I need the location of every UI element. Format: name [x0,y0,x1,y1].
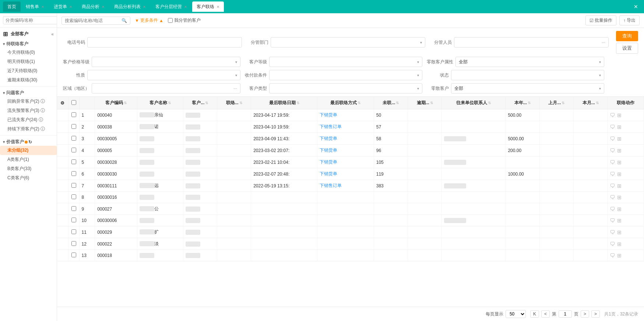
sidebar-item-today[interactable]: 今天待联络(0) [0,48,57,57]
all-customers-header[interactable]: ⊞ 全部客户 « [0,28,57,39]
row-checkbox[interactable] [68,145,79,156]
sidebar-item-a-class[interactable]: A类客户(1) [0,155,57,164]
tab-customer-segment[interactable]: 客户分层经营 ✕ [151,1,191,12]
th-uncontacted[interactable]: 未联...⇅ [374,97,408,109]
action-grid-icon[interactable]: ⊞ [617,112,622,118]
sidebar-collapse-btn[interactable]: « [51,32,54,37]
sidebar-item-churn-risk[interactable]: 流失预警客户(3) ⓘ [0,106,57,115]
action-grid-icon[interactable]: ⊞ [617,171,622,177]
sidebar-item-overdue[interactable]: 逾期未联络(30) [0,75,57,85]
sidebar-item-abnormal[interactable]: 回购异常客户(2) ⓘ [0,97,57,106]
action-grid-icon[interactable]: ⊞ [617,136,622,142]
action-message-icon[interactable]: 🗨 [610,112,615,118]
action-message-icon[interactable]: 🗨 [610,194,615,200]
next-page-btn[interactable]: > [581,310,589,318]
my-customer-checkbox[interactable] [168,18,173,23]
sidebar-item-unclassified[interactable]: 未分组(32) [0,146,57,155]
select-all-checkbox[interactable] [71,100,76,105]
th-customer-name[interactable]: 客户名称⇅ [137,97,183,109]
row-checkbox[interactable] [68,192,79,203]
tab-goods-analysis-list-close[interactable]: ✕ [143,5,146,9]
row-checkbox[interactable] [68,238,79,250]
tab-customer-contact[interactable]: 客户联络 ✕ [192,1,224,12]
row-checkbox[interactable] [68,226,79,238]
sidebar-search-input[interactable] [3,16,57,24]
action-message-icon[interactable]: 🗨 [610,148,615,154]
sidebar-item-tomorrow[interactable]: 明天待联络(1) [0,57,57,66]
prev-page-btn[interactable]: < [541,310,550,318]
th-customer-type[interactable]: 客户...⇅ [183,97,217,109]
action-grid-icon[interactable]: ⊞ [617,159,622,165]
filter-status-select[interactable]: ▾ [451,70,604,80]
export-button[interactable]: ↑ 导出 [619,15,640,25]
sidebar-item-lost[interactable]: 已流失客户(24) ⓘ [0,115,57,124]
th-customer-code[interactable]: 客户编码⇅ [95,97,137,109]
sidebar-group-value[interactable]: 价值客户 ↻ [0,137,57,146]
tab-goods-analysis-close[interactable]: ✕ [102,5,105,9]
action-grid-icon[interactable]: ⊞ [617,218,622,223]
th-contact[interactable]: 联络...⇅ [217,97,251,109]
th-overdue[interactable]: 逾期...⇅ [408,97,441,109]
filter-sparse-customer-select[interactable]: 全部 ▾ [451,83,604,94]
first-page-btn[interactable]: K [530,310,539,318]
sidebar-group-problem[interactable]: 问题客户 [0,88,57,97]
th-this-year[interactable]: 本年...⇅ [506,97,539,109]
tab-goods-analysis[interactable]: 商品分析 ✕ [77,1,109,12]
th-this-month[interactable]: 本月...⇅ [573,97,607,109]
sidebar-item-sleeping[interactable]: 持续下滑客户(2) ⓘ [0,124,57,134]
reset-button[interactable]: 设置 [616,43,638,54]
th-last-contact-method[interactable]: 最后联络方式⇅ [317,97,374,109]
filter-customer-level-select[interactable]: ▾ [269,57,422,67]
query-button[interactable]: 查询 [616,31,638,41]
th-contact-person[interactable]: 往来单位联系人⇅ [442,97,506,109]
action-message-icon[interactable]: 🗨 [610,206,615,212]
action-grid-icon[interactable]: ⊞ [617,241,622,247]
more-conditions-btn[interactable]: ▼ 更多条件 ▲ [135,17,163,24]
action-grid-icon[interactable]: ⊞ [617,253,622,258]
action-message-icon[interactable]: 🗨 [610,159,615,165]
th-checkbox[interactable] [68,97,79,109]
tab-sales[interactable]: 销售单 ✕ [21,1,49,12]
page-size-select[interactable]: 50 100 200 [506,310,526,318]
action-grid-icon[interactable]: ⊞ [617,183,622,189]
last-page-btn[interactable]: > [591,310,600,318]
action-grid-icon[interactable]: ⊞ [617,229,622,235]
filter-phone-input[interactable] [87,37,242,47]
action-message-icon[interactable]: 🗨 [610,229,615,235]
row-checkbox[interactable] [68,215,79,226]
dots-icon[interactable]: ··· [602,40,605,45]
sidebar-item-week[interactable]: 近7天待联络(0) [0,66,57,75]
action-message-icon[interactable]: 🗨 [610,218,615,223]
th-last-contact-date[interactable]: 最后联络日期⇅ [251,97,317,109]
filter-search-icon[interactable]: 🔍 [122,18,127,23]
row-checkbox[interactable] [68,250,79,261]
row-checkbox[interactable] [68,203,79,215]
refresh-icon[interactable]: ↻ [28,140,32,145]
filter-region-select[interactable]: ··· [92,83,240,94]
action-message-icon[interactable]: 🗨 [610,183,615,189]
filter-price-level-select[interactable]: ▾ [92,57,240,67]
page-number-input[interactable] [559,310,572,318]
sidebar-item-b-class[interactable]: B类客户(33) [0,164,57,173]
action-message-icon[interactable]: 🗨 [610,171,615,177]
filter-search-input[interactable] [65,18,120,23]
filter-customer-type-select[interactable]: ▾ [269,83,422,94]
th-gear[interactable]: ⚙ [57,97,68,109]
tab-home[interactable]: 首页 [3,1,21,12]
window-close-button[interactable]: ✕ [631,4,641,10]
action-message-icon[interactable]: 🗨 [610,124,615,130]
filter-payment-select[interactable]: ▾ [269,70,422,80]
row-checkbox[interactable] [68,156,79,168]
tab-goods-analysis-list[interactable]: 商品分析列表 ✕ [110,1,150,12]
filter-sparse-attr-select[interactable]: 全部 ▾ [455,57,604,67]
action-grid-icon[interactable]: ⊞ [617,148,622,154]
batch-ops-button[interactable]: ☑ 批量操作 [585,15,616,25]
row-checkbox[interactable] [68,109,79,121]
action-grid-icon[interactable]: ⊞ [617,194,622,200]
row-checkbox[interactable] [68,121,79,133]
action-message-icon[interactable]: 🗨 [610,241,615,247]
my-customer-toggle[interactable]: 我分管的客户 [168,17,201,24]
filter-nature-select[interactable]: ▾ [87,70,240,80]
tab-customer-segment-close[interactable]: ✕ [184,5,187,9]
dots-icon-2[interactable]: ··· [233,86,237,91]
